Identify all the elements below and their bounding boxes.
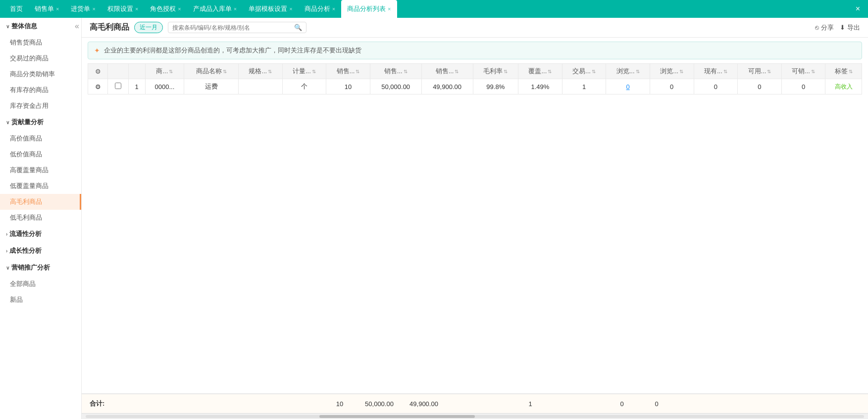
filter-tag[interactable]: 近一月 <box>134 22 163 33</box>
sidebar-item-low-value[interactable]: 低价值商品 <box>0 146 81 162</box>
col-header-code[interactable]: 商...⇅ <box>145 64 184 79</box>
sort-icon-transaction[interactable]: ⇅ <box>592 69 596 74</box>
nav-tab-permissions[interactable]: 权限设置× <box>102 0 144 18</box>
close-tab-icon[interactable]: × <box>289 6 292 12</box>
col-header-available[interactable]: 可用...⇅ <box>738 64 782 79</box>
sidebar-group-title-growth[interactable]: ›成长性分析 <box>0 242 81 259</box>
table-container: ⚙商...⇅商品名称⇅规格...⇅计量...⇅销售...⇅销售...⇅销售...… <box>88 63 862 393</box>
sort-icon-sales_qty[interactable]: ⇅ <box>356 69 359 74</box>
sort-icon-sales_amount[interactable]: ⇅ <box>404 69 408 74</box>
col-header-browse1[interactable]: 浏览...⇅ <box>606 64 650 79</box>
footer-cell-10 <box>446 400 481 408</box>
sort-icon-available[interactable]: ⇅ <box>767 69 771 74</box>
nav-tab-purchase[interactable]: 进货单× <box>65 0 101 18</box>
close-tab-icon[interactable]: × <box>178 6 181 12</box>
footer-cell-14 <box>575 400 605 408</box>
sidebar-item-high-freq[interactable]: 高覆盖量商品 <box>0 162 81 178</box>
top-nav-bar: 首页销售单×进货单×权限设置×角色授权×产成品入库单×单据模板设置×商品分析×商… <box>0 0 868 18</box>
footer-cell-8: 50,000.00 <box>357 400 402 408</box>
sort-icon-gross_margin[interactable]: ⇅ <box>504 69 508 74</box>
search-input[interactable] <box>172 24 292 31</box>
sort-icon-name[interactable]: ⇅ <box>223 69 227 74</box>
settings-icon[interactable]: ⚙ <box>88 79 108 94</box>
col-header-coverage[interactable]: 覆盖...⇅ <box>518 64 562 79</box>
close-tab-icon[interactable]: × <box>135 6 138 12</box>
sidebar-item-new-products[interactable]: 新品 <box>0 292 81 308</box>
col-header-sales_cost[interactable]: 销售...⇅ <box>421 64 473 79</box>
sidebar-group-marketing: ∨营销推广分析全部商品新品 <box>0 259 81 308</box>
close-tab-icon[interactable]: × <box>92 6 95 12</box>
footer-cell-16: 0 <box>639 400 674 408</box>
col-header-browse2[interactable]: 浏览...⇅ <box>650 64 694 79</box>
sidebar-item-assist-rate[interactable]: 商品分类助销率 <box>0 66 81 82</box>
sort-icon-browse1[interactable]: ⇅ <box>636 69 640 74</box>
col-header-gross_margin[interactable]: 毛利率⇅ <box>473 64 518 79</box>
row-checkbox[interactable] <box>115 83 121 89</box>
close-tab-icon[interactable]: × <box>332 6 335 12</box>
close-tab-icon[interactable]: × <box>234 6 237 12</box>
col-header-sales_amount[interactable]: 销售...⇅ <box>370 64 421 79</box>
close-tab-icon[interactable]: × <box>388 6 391 12</box>
sidebar-item-traded[interactable]: 交易过的商品 <box>0 50 81 66</box>
sort-icon-tag[interactable]: ⇅ <box>849 69 853 74</box>
nav-tab-templates[interactable]: 单据模板设置× <box>243 0 298 18</box>
sidebar-item-high-value[interactable]: 高价值商品 <box>0 131 81 146</box>
sidebar-item-sales-ranking[interactable]: 销售货商品 <box>0 35 81 50</box>
sidebar-collapse-button[interactable]: « <box>75 22 79 31</box>
col-header-sellable[interactable]: 可销...⇅ <box>781 64 825 79</box>
scrollbar-track <box>86 415 864 418</box>
col-header-sales_qty[interactable]: 销售...⇅ <box>326 64 370 79</box>
nav-tab-home[interactable]: 首页 <box>4 0 29 18</box>
nav-tab-label: 产成品入库单 <box>193 4 232 13</box>
sidebar-item-inventory-ratio[interactable]: 库存资金占用 <box>0 98 81 114</box>
nav-tab-products[interactable]: 产成品入库单× <box>187 0 243 18</box>
nav-tab-analysis-list[interactable]: 商品分析列表× <box>341 0 397 18</box>
nav-tab-roles[interactable]: 角色授权× <box>144 0 187 18</box>
sort-icon-coverage[interactable]: ⇅ <box>548 69 552 74</box>
export-icon: ⬇ <box>840 24 845 31</box>
footer-cell-2 <box>149 400 169 408</box>
row-browse1[interactable]: 0 <box>606 79 650 94</box>
tag-label: 高收入 <box>835 83 853 90</box>
group-arrow-financial: ∨ <box>6 120 9 125</box>
col-header-current_stock[interactable]: 现有...⇅ <box>694 64 738 79</box>
share-button[interactable]: ⎋ 分享 <box>815 23 834 32</box>
sidebar-item-high-margin[interactable]: 高毛利商品 <box>0 194 81 210</box>
sidebar-group-growth: ›成长性分析 <box>0 242 81 259</box>
col-header-unit[interactable]: 计量...⇅ <box>282 64 326 79</box>
footer-cell-6 <box>293 400 322 408</box>
group-label-growth: 成长性分析 <box>9 246 42 255</box>
nav-tab-label: 商品分析列表 <box>347 4 386 13</box>
sidebar-group-title-marketing[interactable]: ∨营销推广分析 <box>0 259 81 276</box>
col-header-name[interactable]: 商品名称⇅ <box>184 64 239 79</box>
close-all-button[interactable]: × <box>852 0 864 18</box>
sidebar-group-title-flow[interactable]: ›流通性分析 <box>0 226 81 242</box>
sidebar-group-title-financial[interactable]: ∨贡献量分析 <box>0 114 81 131</box>
sidebar-group-title-overall[interactable]: ∨整体信息 <box>0 18 81 35</box>
sort-icon-unit[interactable]: ⇅ <box>312 69 316 74</box>
close-tab-icon[interactable]: × <box>56 6 59 12</box>
sort-icon-spec[interactable]: ⇅ <box>268 69 272 74</box>
link-row-browse1[interactable]: 0 <box>626 83 630 91</box>
search-icon[interactable]: 🔍 <box>294 24 302 31</box>
sort-icon-browse2[interactable]: ⇅ <box>679 69 683 74</box>
sort-icon-sales_cost[interactable]: ⇅ <box>455 69 459 74</box>
sidebar-item-all-products[interactable]: 全部商品 <box>0 276 81 292</box>
row-name: 运费 <box>184 79 239 94</box>
sort-icon-code[interactable]: ⇅ <box>169 69 173 74</box>
export-button[interactable]: ⬇ 导出 <box>840 23 860 32</box>
sidebar-item-inventoried[interactable]: 有库存的商品 <box>0 82 81 98</box>
row-gross-margin: 99.8% <box>473 79 518 94</box>
search-box: 🔍 <box>168 22 306 33</box>
nav-tab-sales[interactable]: 销售单× <box>29 0 65 18</box>
sidebar-item-low-margin[interactable]: 低毛利商品 <box>0 210 81 226</box>
nav-tab-label: 进货单 <box>71 4 90 13</box>
col-header-spec[interactable]: 规格...⇅ <box>238 64 282 79</box>
bottom-scrollbar[interactable] <box>82 413 868 419</box>
col-header-transaction[interactable]: 交易...⇅ <box>562 64 606 79</box>
sort-icon-current_stock[interactable]: ⇅ <box>723 69 727 74</box>
col-header-tag[interactable]: 标签⇅ <box>825 64 862 79</box>
nav-tab-analysis[interactable]: 商品分析× <box>299 0 341 18</box>
sidebar-item-low-freq[interactable]: 低覆盖量商品 <box>0 178 81 194</box>
sort-icon-sellable[interactable]: ⇅ <box>811 69 815 74</box>
